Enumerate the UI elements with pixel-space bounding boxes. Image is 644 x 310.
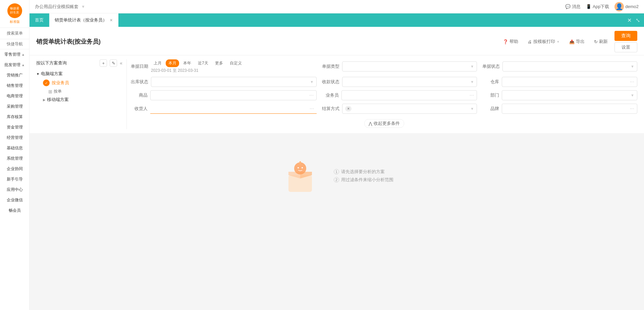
print-icon: 🖨 [528,39,532,44]
sidebar-item-cooperation[interactable]: 企业协同 [0,164,29,174]
sidebar-item-inventory[interactable]: 库存核算 [0,112,29,122]
date-tab-last-month[interactable]: 上月 [151,59,164,67]
sidebar-item-purchase[interactable]: 采购管理 [0,101,29,112]
logo-text: 标准版 [10,19,20,24]
user-menu[interactable]: 👤 demo2 [614,2,639,11]
tab-home-label: 首页 [35,17,44,23]
sidebar-item-wholesale[interactable]: 批发管理 ▲ [0,60,29,70]
date-input-group: 上月 本月 本年 近7天 更多 自定义 2023-03-01 至 2023-03… [151,59,317,73]
doc-status-select[interactable]: ▼ [502,61,637,71]
warehouse-dots: ··· [630,79,634,85]
template-print-button[interactable]: 🖨 按模板打印 ▼ [525,37,562,46]
out-status-select[interactable]: ▼ [151,77,317,87]
date-tab-more[interactable]: 更多 [212,59,226,67]
add-scheme-icon[interactable]: + [100,59,107,67]
phone-icon: 📱 [586,4,591,9]
field-collect-status: 收款状态 ▼ [322,77,477,87]
close-all-tabs-icon[interactable]: ✕ [627,17,632,23]
step2-num: 2 [334,177,339,183]
date-tab-7days[interactable]: 近7天 [195,59,211,67]
sub-item-icon: ⊞ [48,89,52,94]
sidebar-item-appcenter[interactable]: 应用中心 [0,185,29,195]
date-tab-this-year[interactable]: 本年 [180,59,194,67]
product-input[interactable]: ··· [150,90,317,100]
breadcrumb-arrow[interactable]: ▼ [81,4,85,9]
doc-status-label: 单据状态 [482,63,500,69]
sidebar-logo[interactable]: 畅捷通好生意 标准版 [0,0,29,28]
date-tab-this-month[interactable]: 本月 [166,59,179,67]
tab-home[interactable]: 首页 [30,13,49,27]
scheme-panel: 按以下方案查询 + ✎ « ▼ 电脑端方案 [36,59,127,129]
avatar: 👤 [614,2,624,11]
sidebar-item-ecommerce[interactable]: 电商管理 [0,91,29,101]
settlement-select[interactable]: × ▼ [342,104,477,114]
department-select[interactable]: ▼ [502,90,637,100]
settlement-label: 结算方式 [322,106,339,112]
edit-scheme-icon[interactable]: ✎ [110,59,117,67]
field-settlement: 结算方式 × ▼ [322,104,477,114]
receiver-input[interactable]: ··· [150,104,317,114]
salesperson-input[interactable]: ··· [341,90,477,100]
user-name: demo2 [625,4,639,9]
expand-tab-icon[interactable]: ⤡ [636,17,640,23]
message-label: 消息 [572,4,581,10]
sidebar-nav-quick[interactable]: 快捷导航 [0,39,29,49]
field-product: 商品 ··· [131,90,317,100]
logo-icon: 畅捷通好生意 [7,3,22,18]
pc-scheme-label[interactable]: ▼ 电脑端方案 [36,69,122,78]
chevron-down-out-status-icon: ▼ [310,80,314,84]
collect-status-select[interactable]: ▼ [342,77,477,87]
field-out-status: 出库状态 ▼ [131,77,317,87]
filter-row-2: 出库状态 ▼ 收款状态 ▼ [131,77,637,87]
app-download-button[interactable]: 📱 App下载 [586,4,609,10]
mobile-scheme-label[interactable]: ▶ 移动端方案 [36,95,122,104]
sidebar-item-label: 企业协同 [7,166,23,172]
sidebar-item-sales[interactable]: 销售管理 [0,81,29,91]
tabbar-actions: ✕ ⤡ [623,17,644,23]
brand-input[interactable]: ··· [502,104,637,114]
sidebar-item-wechat[interactable]: 企业微信 [0,195,29,205]
page-actions: ❓ 帮助 🖨 按模板打印 ▼ 📤 导出 ↻ 刷新 查询 [500,31,637,52]
settings-button[interactable]: 设置 [614,42,637,52]
tab-close-icon[interactable]: ✕ [110,18,113,22]
scheme-sub-item-order[interactable]: ⊞ 按单 [36,88,122,95]
collapse-scheme-icon[interactable]: « [120,60,122,66]
tab-sales-report[interactable]: 销货单统计表（按业务员） ✕ [49,13,118,27]
sidebar-item-system[interactable]: 系统管理 [0,153,29,164]
collect-status-label: 收款状态 [322,79,339,85]
refresh-button[interactable]: ↻ 刷新 [591,37,610,46]
chevron-down-settlement-icon: ▼ [470,107,474,111]
sidebar-item-newuser[interactable]: 新手引导 [0,174,29,185]
field-warehouse: 仓库 ··· [482,77,637,87]
page-content: 销货单统计表(按业务员) ❓ 帮助 🖨 按模板打印 ▼ 📤 导出 ↻ 刷新 [30,27,644,310]
message-button[interactable]: 💬 消息 [565,4,581,10]
sidebar-item-label: 采购管理 [7,104,23,109]
date-tab-custom[interactable]: 自定义 [227,59,245,67]
sidebar-search[interactable]: 搜索菜单 [0,28,29,39]
sidebar-item-member[interactable]: 畅会员 [0,205,29,216]
help-button[interactable]: ❓ 帮助 [500,37,521,46]
query-button[interactable]: 查询 [614,31,637,41]
filter-row-4: 收货人 ··· 结算方式 × ▼ [131,104,637,114]
export-button[interactable]: 📤 导出 [567,37,587,46]
settlement-tag-close[interactable]: × [347,106,350,111]
sidebar-item-label: 系统管理 [7,156,23,161]
sidebar-item-retail[interactable]: 零售管理 ▲ [0,49,29,60]
field-brand: 品牌 ··· [482,104,637,114]
sidebar-item-operations[interactable]: 经营管理 [0,133,29,143]
chevron-print-icon: ▼ [556,40,560,44]
filter-fields: 单据日期 上月 本月 本年 近7天 更多 自定义 20 [131,59,637,129]
empty-illustration [280,160,320,194]
warehouse-input[interactable]: ··· [502,77,637,87]
help-label: 帮助 [509,39,518,45]
sidebar-item-label: 批发管理 [4,62,20,68]
sidebar-item-marketing[interactable]: 营销推广 [0,70,29,81]
collapse-more-btn[interactable]: ⋀ 收起更多条件 [364,119,404,128]
sidebar-item-label: 企业微信 [7,197,23,203]
sidebar-item-finance[interactable]: 资金管理 [0,122,29,133]
scheme-item-salesperson[interactable]: ✓ 按业务员 [36,78,122,88]
sidebar-item-label: 资金管理 [7,124,23,130]
product-dots: ··· [309,92,314,98]
doc-type-select[interactable]: ▼ [342,61,477,71]
sidebar-item-basic[interactable]: 基础信息 [0,143,29,153]
